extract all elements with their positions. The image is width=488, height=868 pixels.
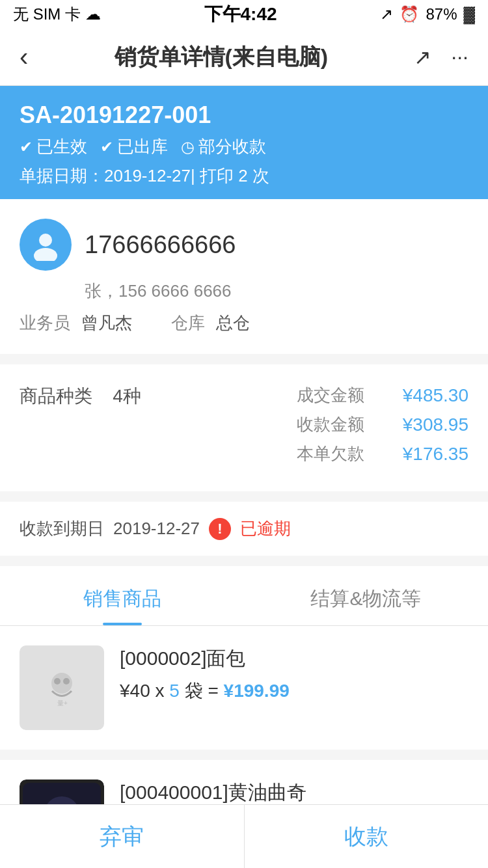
svg-point-0 [39, 234, 52, 247]
date-label: 单据日期： [20, 166, 104, 185]
product-type-info: 商品种类 4种 [20, 384, 141, 409]
status-bar-right: ↗ ⏰ 87% ▓ [380, 5, 475, 23]
header-banner: SA-20191227-001 ✔ 已生效 ✔ 已出库 ◷ 部分收款 单据日期：… [0, 86, 488, 199]
badge-shipped: ✔ 已出库 [100, 135, 168, 158]
received-label: 收款金额 [297, 413, 364, 436]
bottom-bar: 弃审 收款 [0, 804, 488, 868]
product-price-1: ¥40 x 5 袋 = ¥199.99 [120, 679, 468, 703]
nav-bar: ‹ 销货单详情(来自电脑) ↗ ··· [0, 29, 488, 86]
badge-activated: ✔ 已生效 [20, 135, 87, 158]
sales-name: 曾凡杰 [81, 313, 132, 332]
warehouse-label: 仓库 [171, 313, 205, 332]
deal-amount-value: ¥485.30 [377, 385, 468, 406]
owed-label: 本单欠款 [297, 442, 364, 465]
svg-point-4 [63, 678, 70, 685]
overdue-date-label: 收款到期日 [20, 517, 104, 540]
product-type-label: 商品种类 [20, 386, 92, 406]
overdue-icon: ! [209, 518, 231, 540]
overdue-date: 2019-12-27 [113, 519, 200, 539]
badge-shipped-label: 已出库 [117, 135, 168, 158]
confirm-button[interactable]: 收款 [244, 805, 489, 868]
alarm-icon: ⏰ [400, 5, 419, 23]
product-name-2: [000400001]黄油曲奇 [120, 780, 468, 806]
sales-label: 业务员 [20, 313, 70, 332]
product-card-1: 量+ [0000002]面包 ¥40 x 5 袋 = ¥199.99 [0, 626, 488, 750]
more-icon[interactable]: ··· [451, 45, 468, 69]
order-id: SA-20191227-001 [20, 102, 468, 129]
status-bar-time: 下午4:42 [204, 2, 277, 27]
warehouse-name: 总仓 [216, 313, 250, 332]
customer-phone: 17666666666 [85, 231, 236, 259]
print-info: | 打印 2 次 [191, 166, 269, 185]
date-value: 2019-12-27 [104, 166, 191, 185]
battery-label: 87% [426, 5, 457, 23]
sim-label: 无 SIM 卡 ☁ [13, 4, 101, 25]
badge-partial-label: 部分收款 [198, 135, 266, 158]
svg-point-2 [51, 673, 72, 694]
product-image-1: 量+ [20, 645, 104, 730]
product-eq-1: = [208, 681, 223, 701]
banner-badges: ✔ 已生效 ✔ 已出库 ◷ 部分收款 [20, 135, 468, 158]
battery-icon: ▓ [463, 5, 475, 23]
product-name-1: [0000002]面包 [120, 645, 468, 672]
share-icon[interactable]: ↗ [414, 45, 431, 70]
tabs-row: 销售商品 结算&物流等 [0, 566, 488, 625]
tabs-container: 销售商品 结算&物流等 [0, 566, 488, 626]
customer-row: 17666666666 [20, 219, 468, 271]
banner-date: 单据日期：2019-12-27| 打印 2 次 [20, 165, 468, 187]
product-qty-1: 5 [169, 681, 180, 701]
status-bar-left: 无 SIM 卡 ☁ [13, 4, 101, 25]
product-type-value: 4种 [113, 386, 141, 406]
stats-section: 商品种类 4种 成交金额 ¥485.30 收款金额 ¥308.95 本单欠款 ¥… [0, 364, 488, 491]
clock-icon: ◷ [181, 138, 195, 156]
product-unit-1: 袋 [185, 681, 203, 701]
sales-info: 业务员 曾凡杰 [20, 312, 132, 334]
check-icon-1: ✔ [20, 138, 33, 156]
svg-point-1 [34, 248, 57, 261]
product-price-val-1: ¥40 [120, 681, 150, 701]
badge-activated-label: 已生效 [36, 135, 87, 158]
product-total-1: ¥199.99 [224, 681, 290, 701]
warehouse-info: 仓库 总仓 [171, 312, 250, 334]
owed-row: 本单欠款 ¥176.35 [297, 442, 468, 465]
page-title: 销货单详情(来自电脑) [115, 42, 329, 72]
deal-amount-row: 成交金额 ¥485.30 [297, 384, 468, 407]
nav-actions: ↗ ··· [414, 45, 468, 70]
tab-products[interactable]: 销售商品 [0, 566, 244, 625]
tab-settlement-label: 结算&物流等 [310, 588, 421, 609]
tab-settlement[interactable]: 结算&物流等 [244, 566, 488, 625]
tab-products-label: 销售商品 [83, 588, 161, 609]
overdue-section: 收款到期日 2019-12-27 ! 已逾期 [0, 502, 488, 556]
avatar [20, 219, 72, 271]
stats-row: 商品种类 4种 成交金额 ¥485.30 收款金额 ¥308.95 本单欠款 ¥… [20, 384, 468, 472]
cancel-button[interactable]: 弃审 [0, 805, 244, 868]
customer-meta: 业务员 曾凡杰 仓库 总仓 [20, 312, 468, 334]
back-button[interactable]: ‹ [20, 42, 28, 72]
badge-partial-payment: ◷ 部分收款 [181, 135, 266, 158]
owed-value: ¥176.35 [377, 444, 468, 465]
deal-amount-label: 成交金额 [297, 384, 364, 407]
received-value: ¥308.95 [377, 414, 468, 435]
location-icon: ↗ [380, 5, 393, 23]
check-icon-2: ✔ [100, 138, 113, 156]
svg-text:量+: 量+ [57, 699, 68, 707]
customer-section: 17666666666 张，156 6666 6666 业务员 曾凡杰 仓库 总… [0, 199, 488, 354]
amount-info: 成交金额 ¥485.30 收款金额 ¥308.95 本单欠款 ¥176.35 [297, 384, 468, 472]
product-info-1: [0000002]面包 ¥40 x 5 袋 = ¥199.99 [120, 645, 468, 703]
status-bar: 无 SIM 卡 ☁ 下午4:42 ↗ ⏰ 87% ▓ [0, 0, 488, 29]
product-x-1: x [156, 681, 170, 701]
svg-point-3 [54, 678, 61, 685]
received-row: 收款金额 ¥308.95 [297, 413, 468, 436]
customer-sub-info: 张，156 6666 6666 [20, 280, 468, 303]
overdue-status: 已逾期 [240, 517, 291, 540]
